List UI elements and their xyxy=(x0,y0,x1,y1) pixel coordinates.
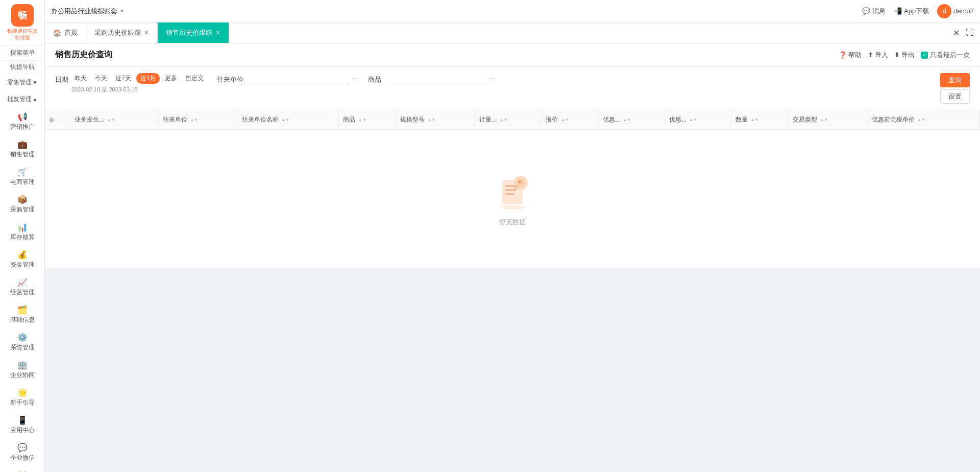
sidebar-logo[interactable]: 畅 畅捷通好生意 标准版 xyxy=(0,0,44,45)
search-button[interactable]: 查询 xyxy=(940,73,970,87)
sidebar-item-operations[interactable]: 📈 经营管理 xyxy=(0,273,44,301)
page-title: 销售历史价查询 xyxy=(55,50,112,60)
settings-gear-icon: ⚙ xyxy=(49,116,55,124)
today-btn[interactable]: 今天 xyxy=(92,73,110,84)
col-partner-code[interactable]: 往来单位 ▲▼ xyxy=(159,110,238,130)
sales-history-close-icon[interactable]: ✕ xyxy=(215,29,220,36)
col-quantity[interactable]: 数量 ▲▼ xyxy=(731,110,789,130)
export-button[interactable]: ⬇ 导出 xyxy=(894,51,915,60)
sidebar-item-corpwechat[interactable]: 💬 企业微信 xyxy=(0,439,44,466)
data-table: ⚙ 业务发生... ▲▼ 往来单位 ▲▼ 往来单位名称 ▲▼ xyxy=(45,110,980,130)
ecommerce-icon: 🛒 xyxy=(17,167,28,177)
svg-point-6 xyxy=(518,180,521,183)
quote-sort-icon: ▲▼ xyxy=(561,118,569,122)
sales-icon: 💼 xyxy=(17,139,28,149)
goods-dots-button[interactable]: ··· xyxy=(488,74,495,83)
empty-text: 暂无数据 xyxy=(499,218,526,227)
sidebar-item-enterprise[interactable]: 🏢 企业协同 xyxy=(0,356,44,384)
sidebar-quick-nav[interactable]: 快捷导航 xyxy=(0,61,44,74)
sidebar-item-ecommerce[interactable]: 🛒 电商管理 xyxy=(0,163,44,191)
col-goods[interactable]: 商品 ▲▼ xyxy=(339,110,396,130)
spec-sort-icon: ▲▼ xyxy=(428,118,436,122)
col-settings[interactable]: ⚙ xyxy=(45,110,70,130)
col-spec[interactable]: 规格型号 ▲▼ xyxy=(396,110,475,130)
biz-date-sort-icon: ▲▼ xyxy=(107,118,115,122)
svg-point-0 xyxy=(500,205,525,209)
close-all-tabs-button[interactable]: ✕ xyxy=(951,26,962,40)
discount1-sort-icon: ▲▼ xyxy=(623,118,631,122)
newuser-icon: 🌟 xyxy=(17,388,28,397)
company-name: 办公用品行业模拟账套 xyxy=(51,7,117,16)
filter-bar: 日期 昨天 今天 近7天 近1月 更多 自定义 2023-02-18 至 202… xyxy=(45,67,980,110)
import-button[interactable]: ⬆ 导入 xyxy=(868,51,888,60)
col-trade-type[interactable]: 交易类型 ▲▼ xyxy=(788,110,867,130)
custom-btn[interactable]: 自定义 xyxy=(182,73,207,84)
unit-sort-icon: ▲▼ xyxy=(500,118,508,122)
sidebar-item-finance[interactable]: 💰 资金管理 xyxy=(0,246,44,273)
purchase-history-close-icon[interactable]: ✕ xyxy=(144,29,149,36)
sidebar-item-marketing[interactable]: 📢 营销推广 xyxy=(0,108,44,135)
col-unit[interactable]: 计量... ▲▼ xyxy=(475,110,542,130)
sidebar-item-retail[interactable]: 零售管理 ▼ xyxy=(0,74,44,91)
filter-actions: 查询 设置 xyxy=(940,73,970,104)
more-btn[interactable]: 更多 xyxy=(162,73,180,84)
import-icon: ⬆ xyxy=(868,51,873,59)
last7-btn[interactable]: 近7天 xyxy=(112,73,134,84)
partner-input-group: ··· xyxy=(247,73,357,84)
sidebar-item-purchase[interactable]: 📦 采购管理 xyxy=(0,191,44,218)
col-pretax-price[interactable]: 优惠前无税单价 ▲▼ xyxy=(868,110,980,130)
expand-button[interactable]: ⛶ xyxy=(964,26,976,39)
sidebar-group-retail: 零售管理 ▼ xyxy=(0,74,44,91)
col-discount2[interactable]: 优惠... ▲▼ xyxy=(665,110,731,130)
page-header: 销售历史价查询 ❓ 帮助 ⬆ 导入 ⬇ 导出 ✓ 只看最后一次 xyxy=(45,43,980,67)
goods-input[interactable] xyxy=(384,73,486,84)
partner-filter-group: 往来单位 ··· xyxy=(217,73,357,84)
tab-home[interactable]: 🏠 首页 xyxy=(45,22,86,43)
tab-bar: 🏠 首页 采购历史价跟踪 ✕ 销售历史价跟踪 ✕ ✕ ⛶ xyxy=(45,22,980,43)
sidebar-item-basic[interactable]: 🗂️ 基础信息 xyxy=(0,301,44,328)
wholesale-arrow-icon: ▲ xyxy=(33,97,38,102)
settings-button[interactable]: 设置 xyxy=(940,89,970,104)
company-selector[interactable]: 办公用品行业模拟账套 ▼ xyxy=(51,7,125,16)
sidebar-item-newuser[interactable]: 🌟 新手引导 xyxy=(0,384,44,411)
yesterday-btn[interactable]: 昨天 xyxy=(71,73,90,84)
tab-purchase-history[interactable]: 采购历史价跟踪 ✕ xyxy=(86,22,158,43)
partner-input[interactable] xyxy=(247,73,349,84)
sidebar-item-wholesale[interactable]: 批发管理 ▲ xyxy=(0,91,44,108)
page-body: 销售历史价查询 ❓ 帮助 ⬆ 导入 ⬇ 导出 ✓ 只看最后一次 xyxy=(45,43,980,472)
enterprise-icon: 🏢 xyxy=(17,360,28,370)
help-button[interactable]: ❓ 帮助 xyxy=(839,51,862,60)
only-last-checkbox[interactable]: ✓ xyxy=(921,52,928,59)
partner-code-sort-icon: ▲▼ xyxy=(190,118,198,122)
sidebar-group-wholesale: 批发管理 ▲ xyxy=(0,91,44,108)
topbar: 办公用品行业模拟账套 ▼ 💬 消息 📲 App下载 d demo2 xyxy=(45,0,980,22)
sidebar-search[interactable]: 搜索菜单 xyxy=(0,45,44,61)
app-download-button[interactable]: 📲 App下载 xyxy=(894,7,929,16)
sidebar-item-appcenter[interactable]: 📱 应用中心 xyxy=(0,411,44,439)
marketing-icon: 📢 xyxy=(17,112,28,122)
col-partner-name[interactable]: 往来单位名称 ▲▼ xyxy=(238,110,339,130)
avatar: d xyxy=(937,4,951,18)
only-last-checkbox-label[interactable]: ✓ 只看最后一次 xyxy=(921,51,970,60)
table-container: ⚙ 业务发生... ▲▼ 往来单位 ▲▼ 往来单位名称 ▲▼ xyxy=(45,110,980,268)
export-icon: ⬇ xyxy=(894,51,900,59)
col-discount1[interactable]: 优惠... ▲▼ xyxy=(599,110,665,130)
sidebar-item-inventory[interactable]: 📊 库存核算 xyxy=(0,218,44,246)
home-icon: 🏠 xyxy=(53,29,61,37)
sidebar-item-vip[interactable]: 👑 畅会员 xyxy=(0,466,44,472)
col-biz-date[interactable]: 业务发生... ▲▼ xyxy=(70,110,158,130)
user-menu[interactable]: d demo2 xyxy=(937,4,974,18)
svg-rect-4 xyxy=(505,193,514,195)
col-quote[interactable]: 报价 ▲▼ xyxy=(542,110,599,130)
last-month-btn[interactable]: 近1月 xyxy=(136,73,160,84)
sidebar-item-system[interactable]: ⚙️ 系统管理 xyxy=(0,328,44,356)
tab-sales-history[interactable]: 销售历史价跟踪 ✕ xyxy=(158,22,229,43)
trade-type-sort-icon: ▲▼ xyxy=(820,118,828,122)
discount2-sort-icon: ▲▼ xyxy=(690,118,698,122)
sidebar-item-sales[interactable]: 💼 销售管理 xyxy=(0,135,44,163)
date-label: 日期 xyxy=(55,73,68,84)
partner-dots-button[interactable]: ··· xyxy=(351,74,357,83)
page-actions: ❓ 帮助 ⬆ 导入 ⬇ 导出 ✓ 只看最后一次 xyxy=(839,51,970,60)
partner-label: 往来单位 xyxy=(217,73,243,84)
message-button[interactable]: 💬 消息 xyxy=(862,7,886,16)
